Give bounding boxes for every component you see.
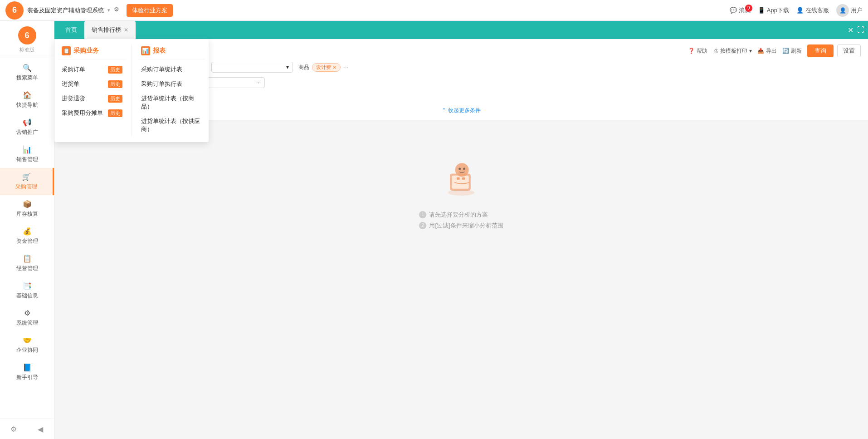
expense-label: 采购费用分摊单 (62, 109, 103, 117)
purchase-order-history: 历史 (108, 66, 122, 74)
report-title-label: 报表 (153, 47, 166, 55)
dropdown-col-report-title: 📊 报表 (137, 44, 205, 59)
dropdown-col-business: 📋 采购业务 采购订单 历史 进货单 历史 进货退货 历史 采购费用分摊单 历史 (54, 44, 130, 137)
dropdown-item-purchase-order-exec[interactable]: 采购订单执行表 (137, 77, 205, 91)
dropdown-item-purchase-order-stat[interactable]: 采购订单统计表 (137, 62, 205, 77)
inbound-stat-goods-label: 进货单统计表（按商品） (141, 94, 202, 111)
business-title-label: 采购业务 (73, 47, 99, 55)
dropdown-item-inbound-stat-goods[interactable]: 进货单统计表（按商品） (137, 91, 205, 114)
report-title-icon: 📊 (141, 46, 150, 55)
dropdown-menu: 📋 采购业务 采购订单 历史 进货单 历史 进货退货 历史 采购费用分摊单 历史… (54, 39, 209, 142)
inbound-stat-supplier-label: 进货单统计表（按供应商） (141, 117, 202, 133)
dropdown-item-purchase-order[interactable]: 采购订单 历史 (58, 62, 126, 77)
dropdown-col-business-title: 📋 采购业务 (58, 44, 126, 59)
purchase-order-label: 采购订单 (62, 65, 85, 74)
col-divider (132, 44, 132, 137)
inbound-history: 历史 (108, 80, 122, 88)
inbound-label: 进货单 (62, 80, 79, 88)
dropdown-col-report: 📊 报表 采购订单统计表 采购订单执行表 进货单统计表（按商品） 进货单统计表（… (134, 44, 209, 137)
return-label: 进货退货 (62, 94, 85, 103)
business-title-icon: 📋 (62, 46, 71, 55)
dropdown-item-inbound-stat-supplier[interactable]: 进货单统计表（按供应商） (137, 114, 205, 137)
dropdown-item-expense[interactable]: 采购费用分摊单 历史 (58, 106, 126, 120)
purchase-order-stat-label: 采购订单统计表 (141, 65, 182, 74)
dropdown-item-return[interactable]: 进货退货 历史 (58, 91, 126, 106)
dropdown-item-inbound[interactable]: 进货单 历史 (58, 77, 126, 91)
expense-history: 历史 (108, 109, 122, 117)
purchase-order-exec-label: 采购订单执行表 (141, 80, 182, 88)
return-history: 历史 (108, 95, 122, 103)
